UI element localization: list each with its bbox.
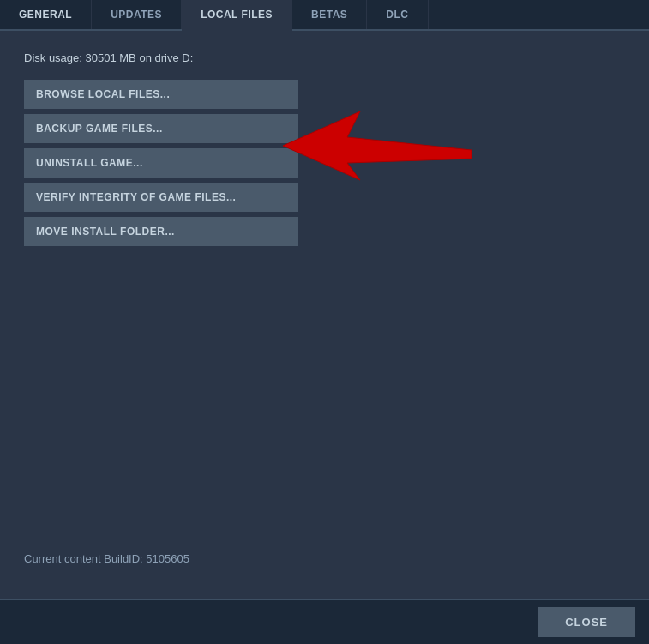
tab-dlc[interactable]: DLC bbox=[367, 0, 428, 29]
steam-properties-window: GENERAL UPDATES LOCAL FILES BETAS DLC Di… bbox=[0, 0, 649, 644]
disk-usage-label: Disk usage: 30501 MB on drive D: bbox=[24, 51, 625, 64]
tab-betas[interactable]: BETAS bbox=[292, 0, 367, 29]
tab-local-files[interactable]: LOCAL FILES bbox=[182, 0, 292, 31]
uninstall-game-button[interactable]: UNINSTALL GAME... bbox=[24, 148, 298, 178]
main-content: Disk usage: 30501 MB on drive D: BROWSE … bbox=[0, 31, 649, 599]
tab-updates[interactable]: UPDATES bbox=[92, 0, 182, 29]
move-install-folder-button[interactable]: MOVE INSTALL FOLDER... bbox=[24, 217, 298, 246]
close-button[interactable]: CLOSE bbox=[538, 607, 635, 637]
svg-marker-0 bbox=[283, 111, 472, 180]
action-buttons-section: BROWSE LOCAL FILES... BACKUP GAME FILES.… bbox=[24, 80, 298, 246]
build-id-label: Current content BuildID: 5105605 bbox=[24, 552, 625, 579]
arrow-annotation bbox=[283, 111, 472, 189]
verify-integrity-button[interactable]: VERIFY INTEGRITY OF GAME FILES... bbox=[24, 183, 298, 212]
tab-bar: GENERAL UPDATES LOCAL FILES BETAS DLC bbox=[0, 0, 649, 31]
backup-game-files-button[interactable]: BACKUP GAME FILES... bbox=[24, 114, 298, 143]
tab-general[interactable]: GENERAL bbox=[0, 0, 92, 29]
browse-local-files-button[interactable]: BROWSE LOCAL FILES... bbox=[24, 80, 298, 109]
bottom-bar: CLOSE bbox=[0, 599, 649, 644]
